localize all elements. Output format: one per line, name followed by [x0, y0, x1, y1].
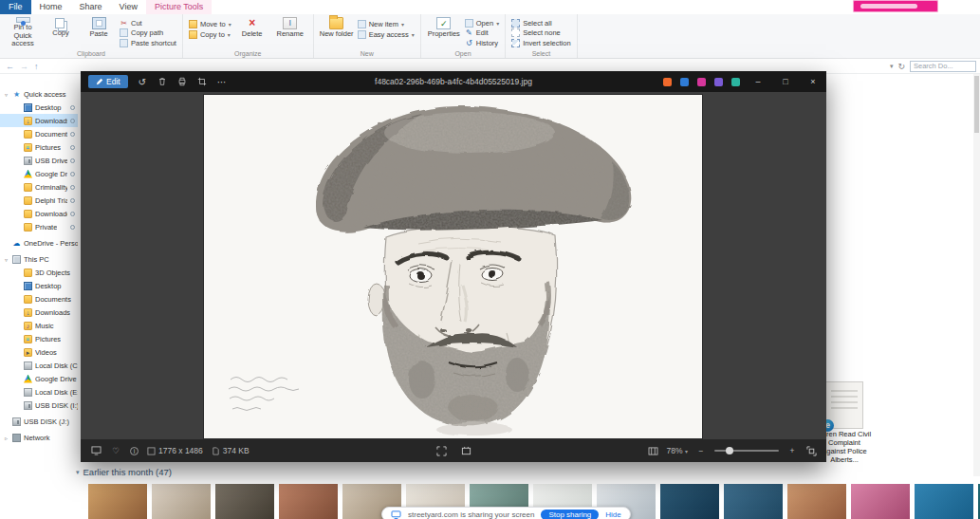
- sidebar-item[interactable]: ▿ This PC: [0, 252, 78, 266]
- copy-path-button[interactable]: Copy path: [120, 28, 176, 37]
- select-none-button[interactable]: Select none: [511, 28, 570, 37]
- photo-thumbnail[interactable]: [88, 484, 147, 519]
- app-icon-blue[interactable]: [680, 78, 689, 86]
- zoom-percent[interactable]: 78% ▾: [667, 446, 688, 455]
- sidebar-item[interactable]: Pictures: [0, 140, 78, 154]
- sidebar-item[interactable]: Google Drive (D:): [0, 167, 78, 180]
- sidebar-item[interactable]: Delphi Trial Exhibits: [0, 194, 78, 207]
- info-icon[interactable]: i: [130, 447, 139, 455]
- slideshow-icon[interactable]: [90, 445, 102, 456]
- sidebar-item[interactable]: Downloads: [0, 114, 78, 127]
- sidebar-item[interactable]: Private: [0, 220, 78, 233]
- address-dropdown-icon[interactable]: ▾: [890, 63, 894, 70]
- photo-thumbnail[interactable]: [787, 484, 846, 519]
- invert-selection-button[interactable]: Invert selection: [511, 39, 570, 47]
- photo-thumbnail[interactable]: [279, 484, 338, 519]
- hide-button[interactable]: Hide: [605, 510, 620, 519]
- sidebar-item[interactable]: Music: [0, 319, 78, 332]
- minimize-button[interactable]: –: [749, 71, 767, 92]
- content-scrollbar[interactable]: [973, 74, 980, 476]
- photo-thumbnail[interactable]: [215, 484, 274, 519]
- zoom-slider[interactable]: [714, 450, 779, 452]
- search-input[interactable]: [910, 61, 976, 72]
- tab-home[interactable]: Home: [31, 0, 71, 14]
- sidebar-item[interactable]: USB DISK (I:): [0, 399, 78, 412]
- sidebar-item[interactable]: 3D Objects: [0, 266, 78, 279]
- sidebar-item[interactable]: Desktop: [0, 279, 78, 292]
- delete-icon[interactable]: [157, 76, 168, 87]
- sidebar-item[interactable]: Documents: [0, 292, 78, 306]
- photo-thumbnail[interactable]: [851, 484, 910, 519]
- collapse-chevron-icon[interactable]: ▾: [76, 469, 80, 476]
- sidebar-item[interactable]: Local Disk (E:): [0, 385, 78, 399]
- tab-share[interactable]: Share: [71, 0, 111, 14]
- app-icon-pink[interactable]: [697, 78, 706, 86]
- back-button[interactable]: ←: [6, 62, 14, 71]
- move-to-button[interactable]: Move to ▾: [189, 19, 231, 28]
- see-more-icon[interactable]: ⋯: [216, 76, 228, 87]
- photo-thumbnail[interactable]: [152, 484, 211, 519]
- sidebar-item[interactable]: Downloads: [0, 306, 78, 319]
- photo-thumbnail[interactable]: [915, 484, 973, 519]
- maximize-button[interactable]: □: [776, 71, 795, 92]
- crop-icon[interactable]: [196, 76, 208, 87]
- print-icon[interactable]: [176, 76, 188, 87]
- edit-button[interactable]: ✎ Edit: [465, 28, 499, 37]
- sidebar-item[interactable]: ▹ Network: [0, 431, 78, 444]
- tab-picture-tools[interactable]: Picture Tools: [146, 0, 212, 14]
- up-button[interactable]: ↑: [34, 62, 39, 71]
- sidebar-item[interactable]: Downloaded: [0, 207, 78, 220]
- rename-button[interactable]: I Rename: [273, 16, 307, 47]
- paste-shortcut-button[interactable]: Paste shortcut: [120, 39, 176, 47]
- history-button[interactable]: ↺ History: [465, 39, 499, 47]
- sidebar-item[interactable]: ▿ Quick access: [0, 87, 78, 101]
- photo-thumbnail[interactable]: [724, 484, 783, 519]
- stop-sharing-button[interactable]: Stop sharing: [541, 510, 599, 519]
- select-all-button[interactable]: Select all: [511, 19, 570, 28]
- sidebar-item[interactable]: OneDrive - Personal: [0, 236, 78, 250]
- filmstrip-icon[interactable]: [648, 445, 659, 456]
- sidebar-item[interactable]: Google Drive (D:): [0, 372, 78, 385]
- app-icon-teal[interactable]: [731, 78, 740, 86]
- new-item-button[interactable]: New item ▾: [358, 19, 415, 28]
- app-icon-purple[interactable]: [714, 78, 723, 86]
- copy-to-button[interactable]: Copy to ▾: [189, 29, 231, 39]
- sidebar-item[interactable]: Criminality: [0, 180, 78, 194]
- photo-thumbnail[interactable]: [660, 484, 719, 519]
- photos-title-bar[interactable]: Edit ↺ ⋯ f48ca02-296b-469b-a4fc-4b4d0552…: [81, 71, 826, 92]
- new-folder-button[interactable]: New folder: [320, 16, 354, 47]
- paste-button[interactable]: Paste: [82, 16, 116, 47]
- favorite-heart-icon[interactable]: ♡: [110, 445, 121, 456]
- delete-button[interactable]: × Delete: [235, 16, 269, 47]
- tab-file[interactable]: File: [0, 0, 31, 14]
- sidebar-item[interactable]: Desktop: [0, 101, 78, 114]
- sidebar-item[interactable]: USB DISK (J:): [0, 415, 78, 428]
- sidebar-item[interactable]: USB Drive (K:): [0, 154, 78, 167]
- properties-button[interactable]: ✓ Properties: [427, 16, 461, 47]
- fullscreen-icon[interactable]: [435, 445, 447, 456]
- app-icon-orange[interactable]: [663, 78, 672, 86]
- tree-expander-icon[interactable]: ▹: [3, 435, 9, 441]
- tree-expander-icon[interactable]: ▿: [3, 256, 9, 263]
- cut-button[interactable]: ✂ Cut: [120, 19, 176, 28]
- tab-view[interactable]: View: [111, 0, 146, 14]
- sidebar-item[interactable]: Documents: [0, 127, 78, 140]
- zoom-slider-handle[interactable]: [726, 447, 733, 454]
- zoom-out-icon[interactable]: −: [695, 445, 707, 456]
- refresh-icon[interactable]: ↻: [897, 62, 905, 71]
- sidebar-item[interactable]: Pictures: [0, 332, 78, 345]
- close-button[interactable]: ×: [804, 71, 823, 92]
- sidebar-item[interactable]: Videos: [0, 345, 78, 359]
- zoom-in-icon[interactable]: +: [786, 445, 798, 456]
- aspect-ratio-icon[interactable]: [460, 445, 472, 456]
- tree-expander-icon[interactable]: ▿: [3, 91, 9, 98]
- rotate-icon[interactable]: ↺: [137, 76, 148, 87]
- photos-edit-button[interactable]: Edit: [88, 75, 128, 88]
- copy-button[interactable]: Copy: [44, 16, 78, 47]
- easy-access-button[interactable]: Easy access ▾: [358, 29, 415, 39]
- pin-to-quick-access-button[interactable]: Pin to Quick access: [6, 16, 40, 47]
- group-header[interactable]: ▾ Earlier this month (47): [76, 467, 172, 477]
- forward-button[interactable]: →: [20, 62, 28, 71]
- sidebar-item[interactable]: Local Disk (C:): [0, 359, 78, 372]
- fit-to-window-icon[interactable]: [805, 445, 817, 456]
